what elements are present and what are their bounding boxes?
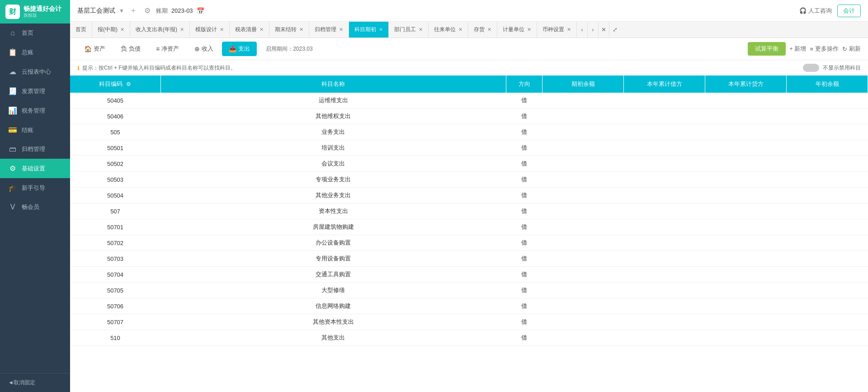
sub-tab-支出[interactable]: 📤支出 [222, 42, 257, 56]
tab-prev-button[interactable]: ‹ [577, 22, 588, 38]
app-logo[interactable]: 财 畅捷通好会计 旗舰版 [0, 0, 70, 24]
cell-name: 其他业务支出 [160, 188, 506, 203]
cell-code: 50406 [70, 109, 160, 124]
company-dropdown-icon[interactable]: ▼ [119, 8, 124, 14]
sidebar-icon-总账: 📋 [8, 48, 17, 57]
tab-close-2[interactable]: ✕ [180, 27, 184, 33]
sidebar-item-总账[interactable]: 📋总账 [0, 43, 70, 62]
tab-close-6[interactable]: ✕ [339, 27, 343, 33]
tab-close-4[interactable]: ✕ [259, 27, 264, 33]
tab-next-button[interactable]: › [588, 22, 599, 38]
col-header-year-balance: 年初余额 [787, 76, 868, 93]
support-button[interactable]: 🎧 人工咨询 [799, 7, 832, 15]
table-row[interactable]: 50406 其他维权支出 借 [70, 109, 868, 124]
sub-tabs-left: 🏠资产负负债≡净资产⊕收入📤支出 [77, 42, 257, 56]
table-row[interactable]: 50503 专项业务支出 借 [70, 172, 868, 188]
tab-往来单位[interactable]: 往来单位✕ [429, 22, 468, 38]
sidebar-collapse-btn[interactable]: ◄取消固定 [0, 373, 70, 392]
tab-close-11[interactable]: ✕ [527, 27, 531, 33]
tab-expand-button[interactable]: ⤢ [609, 22, 620, 38]
table-row[interactable]: 50704 交通工具购置 借 [70, 267, 868, 283]
table-row[interactable]: 50504 其他业务支出 借 [70, 188, 868, 203]
cell-debit [624, 330, 705, 346]
sidebar-item-云报表中心[interactable]: ☁云报表中心 [0, 62, 70, 81]
more-button[interactable]: ≡ 更多操作 [810, 45, 839, 53]
sub-tab-icon-收入: ⊕ [194, 45, 200, 52]
tab-close-7[interactable]: ✕ [379, 27, 383, 33]
sidebar-icon-归档管理: 🗃 [8, 145, 17, 153]
sidebar-item-归档管理[interactable]: 🗃归档管理 [0, 140, 70, 159]
table-row[interactable]: 50501 培训支出 借 [70, 140, 868, 156]
tab-归档管理[interactable]: 归档管理✕ [309, 22, 349, 38]
tab-期末结转[interactable]: 期末结转✕ [269, 22, 309, 38]
tab-close-8[interactable]: ✕ [419, 27, 423, 33]
table-row[interactable]: 50405 运维维支出 借 [70, 93, 868, 109]
tab-close-9[interactable]: ✕ [458, 27, 462, 33]
sidebar-item-结账[interactable]: 💳结账 [0, 120, 70, 140]
sidebar-item-畅会员[interactable]: V畅会员 [0, 198, 70, 217]
cell-debit [624, 235, 705, 251]
tab-close-12[interactable]: ✕ [567, 27, 571, 33]
refresh-button[interactable]: ↻ 刷新 [842, 45, 861, 53]
table-row[interactable]: 507 资本性支出 借 [70, 203, 868, 219]
tab-币种设置[interactable]: 币种设置✕ [537, 22, 577, 38]
cell-code: 505 [70, 124, 160, 140]
table-row[interactable]: 505 业务支出 借 [70, 124, 868, 140]
tab-计量单位[interactable]: 计量单位✕ [497, 22, 537, 38]
tab-close-5[interactable]: ✕ [299, 27, 303, 33]
tab-报(中期)[interactable]: 报(中期)✕ [92, 22, 130, 38]
account-button[interactable]: 会计 [837, 5, 861, 17]
table-row[interactable]: 50706 信息网络购建 借 [70, 298, 868, 314]
sidebar: 财 畅捷通好会计 旗舰版 ⌂首页📋总账☁云报表中心🧾发票管理📊税务管理💳结账🗃归… [0, 0, 70, 392]
tab-首页[interactable]: 首页 [70, 22, 92, 38]
tab-存货[interactable]: 存货✕ [468, 22, 497, 38]
sub-tab-负债[interactable]: 负负债 [114, 42, 147, 56]
add-button[interactable]: + 新增 [789, 45, 806, 53]
sub-tabs: 🏠资产负负债≡净资产⊕收入📤支出 启用期间：2023.03 试算平衡 + 新增 … [70, 38, 868, 60]
table-row[interactable]: 50707 其他资本性支出 借 [70, 314, 868, 330]
sidebar-item-税务管理[interactable]: 📊税务管理 [0, 101, 70, 120]
cell-year-balance [787, 140, 868, 156]
tab-close-1[interactable]: ✕ [120, 27, 124, 33]
period-label: 账期 [156, 7, 168, 15]
balance-button[interactable]: 试算平衡 [748, 42, 786, 56]
sidebar-item-发票管理[interactable]: 🧾发票管理 [0, 81, 70, 101]
table-row[interactable]: 50703 专用设备购置 借 [70, 251, 868, 267]
cell-balance [542, 235, 624, 251]
cell-code: 50701 [70, 219, 160, 235]
sidebar-item-新手引导[interactable]: 🎓新手引导 [0, 178, 70, 198]
table-row[interactable]: 50701 房屋建筑物购建 借 [70, 219, 868, 235]
tab-部门员工[interactable]: 部门员工✕ [389, 22, 429, 38]
add-workspace-icon[interactable]: ＋ [130, 6, 137, 15]
table-row[interactable]: 50502 会议支出 借 [70, 156, 868, 172]
workspace-settings-icon[interactable]: ⚙ [144, 6, 151, 15]
tab-模版设计[interactable]: 模版设计✕ [190, 22, 230, 38]
tab-close-3[interactable]: ✕ [220, 27, 224, 33]
cell-credit [705, 93, 787, 109]
table-row[interactable]: 50705 大型修缮 借 [70, 283, 868, 298]
cell-year-balance [787, 109, 868, 124]
sidebar-item-首页[interactable]: ⌂首页 [0, 24, 70, 43]
cell-year-balance [787, 93, 868, 109]
tab-close-all-button[interactable]: ✕ [599, 22, 609, 38]
sidebar-item-基础设置[interactable]: ⚙基础设置 [0, 159, 70, 178]
col-settings-icon[interactable]: ⚙ [126, 81, 131, 87]
sub-tab-资产[interactable]: 🏠资产 [77, 42, 112, 56]
hide-disabled-toggle[interactable] [803, 64, 819, 72]
tab-税表清册[interactable]: 税表清册✕ [230, 22, 269, 38]
cell-name: 专项业务支出 [160, 172, 506, 188]
cell-code: 50707 [70, 314, 160, 330]
table-row[interactable]: 510 其他支出 借 [70, 330, 868, 346]
tab-科目期初[interactable]: 科目期初✕ [349, 22, 389, 38]
table-row[interactable]: 50702 办公设备购置 借 [70, 235, 868, 251]
calendar-icon[interactable]: 📅 [197, 7, 204, 14]
sidebar-nav: ⌂首页📋总账☁云报表中心🧾发票管理📊税务管理💳结账🗃归档管理⚙基础设置🎓新手引导… [0, 24, 70, 373]
sub-tab-净资产[interactable]: ≡净资产 [149, 42, 186, 56]
cell-year-balance [787, 298, 868, 314]
tab-收入支出表(年报)[interactable]: 收入支出表(年报)✕ [130, 22, 190, 38]
tab-close-10[interactable]: ✕ [487, 27, 491, 33]
cell-debit [624, 172, 705, 188]
cell-debit [624, 203, 705, 219]
sub-tab-收入[interactable]: ⊕收入 [188, 42, 220, 56]
sidebar-icon-结账: 💳 [8, 126, 17, 134]
